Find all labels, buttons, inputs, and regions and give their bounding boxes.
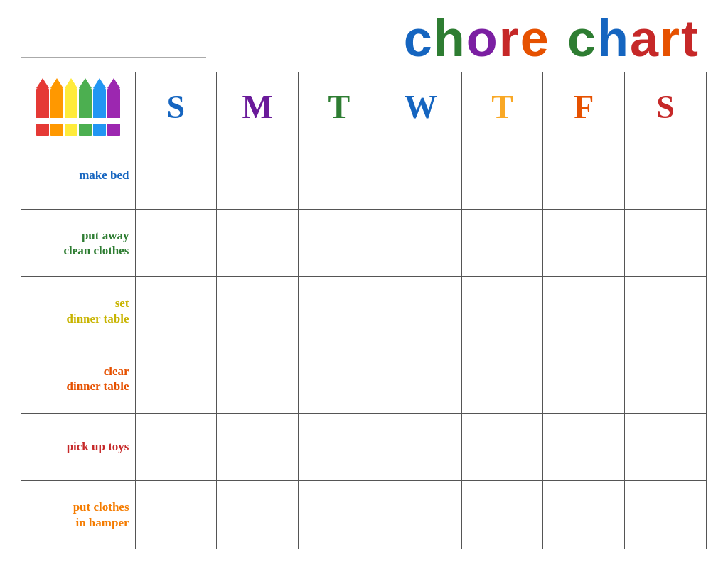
crayon [36, 78, 49, 136]
day-header: T [461, 72, 543, 141]
chore-cell[interactable] [543, 141, 625, 210]
chore-cell[interactable] [543, 345, 625, 413]
title-letter: e [520, 13, 550, 64]
day-header: F [543, 72, 625, 141]
crayon [107, 78, 120, 136]
chore-cell[interactable] [543, 209, 625, 277]
day-header: M [217, 72, 299, 141]
title-letter: o [466, 13, 499, 64]
chore-label: make bed [21, 141, 135, 210]
chore-cell[interactable] [543, 413, 625, 481]
crayon [93, 78, 106, 136]
chore-cell[interactable] [543, 277, 625, 345]
chore-row: put awayclean clothes [21, 209, 707, 277]
title-letter: h [597, 13, 630, 64]
chore-cell[interactable] [217, 345, 299, 413]
chore-row: setdinner table [21, 277, 707, 345]
chore-cell[interactable] [217, 481, 299, 549]
chore-cell[interactable] [625, 413, 707, 481]
chore-cell[interactable] [461, 277, 543, 345]
chore-row: cleardinner table [21, 345, 707, 413]
chore-cell[interactable] [625, 277, 707, 345]
chore-cell[interactable] [299, 413, 380, 481]
crayon [65, 78, 77, 136]
crayon [79, 78, 92, 136]
chore-cell[interactable] [217, 141, 299, 210]
crayon-cell [21, 72, 135, 141]
chore-cell[interactable] [299, 481, 380, 549]
chore-cell[interactable] [380, 277, 461, 345]
chore-label: cleardinner table [21, 345, 135, 413]
chore-cell[interactable] [461, 209, 543, 277]
chore-cell[interactable] [461, 413, 543, 481]
title-letter: h [434, 13, 466, 64]
chore-cell[interactable] [461, 345, 543, 413]
chore-cell[interactable] [625, 141, 707, 210]
chore-cell[interactable] [299, 209, 380, 277]
chore-row: put clothesin hamper [21, 481, 707, 549]
day-header: S [135, 72, 217, 141]
chore-cell[interactable] [380, 209, 461, 277]
chore-table: SMTWTFS make bedput awayclean clothesset… [21, 72, 707, 549]
chore-cell[interactable] [135, 141, 217, 210]
chore-cell[interactable] [299, 345, 380, 413]
title-letter: r [660, 13, 681, 64]
chore-row: make bed [21, 141, 707, 210]
day-header: W [380, 72, 461, 141]
chore-label: setdinner table [21, 277, 135, 345]
chore-label: put clothesin hamper [21, 481, 135, 549]
chore-label: pick up toys [21, 413, 135, 481]
chore-cell[interactable] [217, 277, 299, 345]
chore-cell[interactable] [135, 277, 217, 345]
crayon [50, 78, 63, 136]
chore-cell[interactable] [625, 209, 707, 277]
chore-cell[interactable] [299, 277, 380, 345]
day-header: S [625, 72, 707, 141]
chore-cell[interactable] [299, 141, 380, 210]
name-line [21, 57, 206, 58]
chore-cell[interactable] [135, 345, 217, 413]
chore-cell[interactable] [135, 413, 217, 481]
chore-cell[interactable] [543, 481, 625, 549]
chore-row: pick up toys [21, 413, 707, 481]
title-area: chorechart [21, 13, 707, 64]
chore-label: put awayclean clothes [21, 209, 135, 277]
chore-cell[interactable] [625, 481, 707, 549]
header-row: SMTWTFS [21, 72, 707, 141]
chore-cell[interactable] [217, 209, 299, 277]
chart-container: SMTWTFS make bedput awayclean clothesset… [21, 72, 707, 549]
title-letter: r [499, 13, 520, 64]
chore-cell[interactable] [461, 481, 543, 549]
chore-cell[interactable] [217, 413, 299, 481]
chore-cell[interactable] [380, 481, 461, 549]
day-header: T [299, 72, 380, 141]
chore-cell[interactable] [135, 209, 217, 277]
chore-cell[interactable] [380, 413, 461, 481]
title-letter: c [567, 13, 597, 64]
chore-cell[interactable] [461, 141, 543, 210]
chore-cell[interactable] [380, 141, 461, 210]
chore-cell[interactable] [135, 481, 217, 549]
chore-cell[interactable] [380, 345, 461, 413]
title-letter: c [404, 13, 434, 64]
title-letter: a [630, 13, 660, 64]
title-letter: t [681, 13, 700, 64]
chore-chart-title: chorechart [404, 13, 700, 64]
chore-cell[interactable] [625, 345, 707, 413]
